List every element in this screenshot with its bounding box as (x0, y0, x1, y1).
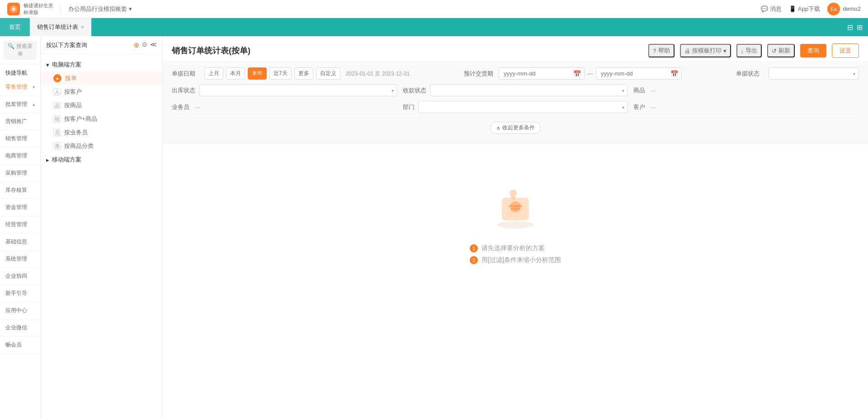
salesperson-control: ··· (193, 104, 397, 111)
minimize-icon[interactable]: ⊟ (847, 23, 853, 32)
sidebar-quick-nav-label: 快捷导航 (0, 65, 40, 79)
settings-btn[interactable]: 设置 (832, 43, 859, 58)
sidebar-item-purchase[interactable]: 采购管理 (0, 165, 40, 182)
expected-date-from[interactable] (499, 67, 585, 80)
filter-row-3: 业务员 ··· 部门 ▾ (172, 101, 859, 113)
svg-rect-6 (511, 208, 520, 209)
scheme-item-by-order[interactable]: ● 按单 (41, 71, 162, 85)
sidebar-item-marketing[interactable]: 营销推广 (0, 113, 40, 130)
export-btn[interactable]: ↓ 导出 (736, 44, 762, 57)
last-7days-btn[interactable]: 近7天 (269, 67, 292, 80)
empty-tip-1: 1 请先选择要分析的方案 (470, 244, 561, 252)
sidebar-item-sales[interactable]: 销售管理 (0, 130, 40, 147)
settings-scheme-icon[interactable]: ⊙ (142, 41, 147, 49)
pc-scheme-group-header[interactable]: ▾ 电脑端方案 (41, 58, 162, 71)
sidebar-item-system[interactable]: 系统管理 (0, 251, 40, 268)
customer-item: 客户 ··· (633, 101, 859, 113)
scheme-circle-icon: ● (53, 74, 61, 82)
this-month-btn[interactable]: 本月 (226, 67, 245, 80)
sidebar-item-operations[interactable]: 经营管理 (0, 216, 40, 233)
collapse-bar: ∧ 收起更多条件 (172, 118, 859, 138)
status-label: 单据状态 (736, 70, 763, 78)
logo-icon (7, 3, 20, 15)
scheme-item-by-goods[interactable]: 品 按商品 (41, 99, 162, 112)
customer-control: ··· (649, 104, 859, 111)
sidebar-item-wholesale[interactable]: 批发管理 ▴ (0, 96, 40, 113)
this-year-btn[interactable]: 本年 (248, 67, 267, 80)
top-bar-left: 畅捷通好生意 标准版 办公用品行业模拟账套 ▾ (7, 2, 132, 15)
app-download-btn[interactable]: 📱 App下载 (789, 5, 820, 13)
sidebar-item-appcenter[interactable]: 应用中心 (0, 302, 40, 319)
department-label: 部门 (403, 103, 415, 111)
payment-status-item: 收款状态 ▾ (403, 84, 628, 96)
filter-area: 单据日期 上月 本月 本年 近7天 更多 自定义 2023-01-01 至 20… (163, 62, 868, 143)
date-filter-group: 上月 本月 本年 近7天 更多 自定义 (204, 67, 340, 80)
delivery-status-select[interactable] (199, 84, 397, 96)
scheme-panel-header: 按以下方案查询 ⊕ ⊙ ≪ (41, 36, 162, 54)
scheme-item-by-category[interactable]: 类 按商品分类 (41, 139, 162, 153)
svg-point-1 (497, 221, 533, 228)
top-bar-right: 💬 消息 📱 App下载 Ea demo2 (761, 3, 861, 15)
help-btn[interactable]: ? 帮助 (648, 44, 674, 57)
industry-selector[interactable]: 办公用品行业模拟账套 ▾ (68, 5, 132, 13)
scheme-cg-icon: 组 (53, 115, 61, 123)
collapse-btn[interactable]: ∧ 收起更多条件 (491, 122, 541, 134)
empty-state: 1 请先选择要分析的方案 2 用[过滤]条件来缩小分析范围 (163, 143, 868, 304)
maximize-icon[interactable]: ⊞ (857, 23, 863, 32)
customer-label: 客户 (633, 103, 645, 111)
top-bar: 畅捷通好生意 标准版 办公用品行业模拟账套 ▾ 💬 消息 📱 App下载 Ea … (0, 0, 868, 18)
tab-home[interactable]: 首页 (0, 18, 30, 36)
delivery-status-label: 出库状态 (172, 86, 195, 95)
expected-date-to[interactable] (596, 67, 682, 80)
sidebar-item-ecommerce[interactable]: 电商管理 (0, 147, 40, 165)
tab-sales-order[interactable]: 销售订单统计表 × (30, 18, 91, 36)
scheme-cat-icon: 类 (53, 142, 61, 150)
goods-more-icon[interactable]: ··· (649, 87, 658, 94)
empty-tips: 1 请先选择要分析的方案 2 用[过滤]条件来缩小分析范围 (470, 244, 561, 268)
tip-2-num: 2 (470, 256, 478, 264)
print-icon: 🖨 (684, 48, 690, 54)
empty-tip-2: 2 用[过滤]条件来缩小分析范围 (470, 256, 561, 264)
filter-row-2: 出库状态 ▾ 收款状态 ▾ (172, 84, 859, 96)
sidebar-item-retail[interactable]: 零售管理 ▾ (0, 79, 40, 96)
search-menu-btn[interactable]: 🔍 搜索菜单 (4, 41, 37, 60)
sidebar-item-newuser[interactable]: 新手引导 (0, 285, 40, 302)
scheme-customer-icon: 人 (53, 88, 61, 95)
tab-close-icon[interactable]: × (81, 24, 84, 30)
goods-control: ··· (649, 87, 859, 94)
scheme-item-by-customer[interactable]: 人 按客户 (41, 85, 162, 99)
sidebar-item-member[interactable]: 畅会员 (0, 337, 40, 354)
main-layout: 🔍 搜索菜单 快捷导航 零售管理 ▾ 批发管理 ▴ 营销推广 销售管理 电商管理… (0, 36, 868, 418)
last-month-btn[interactable]: 上月 (204, 67, 223, 80)
sidebar-item-enterprise[interactable]: 企业协同 (0, 268, 40, 285)
department-select[interactable] (418, 101, 628, 113)
mobile-scheme-group-header[interactable]: ▸ 移动端方案 (41, 153, 162, 166)
template-print-btn[interactable]: 🖨 按模板打印 ▾ (680, 44, 731, 57)
salesperson-more-icon[interactable]: ··· (193, 104, 202, 111)
custom-date-btn[interactable]: 自定义 (316, 67, 340, 80)
refresh-btn[interactable]: ↺ 刷新 (767, 44, 795, 57)
payment-status-control: ▾ (430, 84, 628, 96)
sidebar: 🔍 搜索菜单 快捷导航 零售管理 ▾ 批发管理 ▴ 营销推广 销售管理 电商管理… (0, 36, 41, 418)
scheme-item-by-salesperson[interactable]: 员 按业务员 (41, 126, 162, 139)
user-avatar-area[interactable]: Ea demo2 (827, 3, 861, 15)
more-date-btn[interactable]: 更多 (294, 67, 313, 80)
sidebar-item-basic[interactable]: 基础信息 (0, 233, 40, 251)
query-btn[interactable]: 查询 (800, 44, 826, 57)
collapse-scheme-icon[interactable]: ≪ (150, 41, 157, 49)
add-scheme-icon[interactable]: ⊕ (133, 41, 139, 49)
scheme-panel: 按以下方案查询 ⊕ ⊙ ≪ ▾ 电脑端方案 ● 按单 (41, 36, 163, 418)
mobile-scheme-group: ▸ 移动端方案 (41, 153, 162, 166)
sidebar-item-inventory[interactable]: 库存核算 (0, 182, 40, 199)
customer-more-icon[interactable]: ··· (649, 104, 658, 111)
svg-rect-5 (509, 205, 522, 207)
scheme-item-by-customer-goods[interactable]: 组 按客户+商品 (41, 112, 162, 126)
chevron-down-icon: ▾ (129, 5, 132, 12)
message-btn[interactable]: 💬 消息 (761, 5, 782, 13)
payment-status-select[interactable] (430, 84, 628, 96)
status-select[interactable] (769, 67, 859, 80)
page-header: 销售订单统计表(按单) ? 帮助 🖨 按模板打印 ▾ ↓ 导出 (163, 36, 868, 62)
date-filter-label: 单据日期 (172, 70, 199, 78)
sidebar-item-wxwork[interactable]: 企业微信 (0, 319, 40, 337)
sidebar-item-finance[interactable]: 资金管理 (0, 199, 40, 216)
